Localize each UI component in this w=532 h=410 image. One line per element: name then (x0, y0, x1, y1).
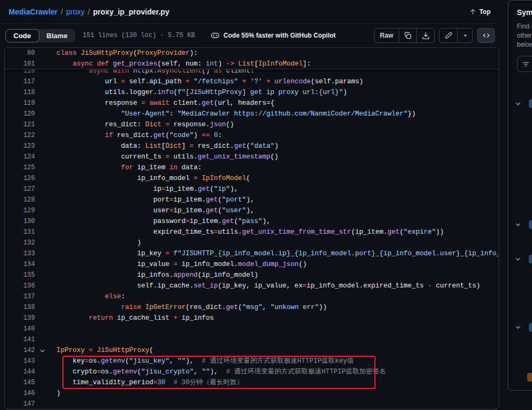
line-number[interactable]: 131 (5, 227, 35, 238)
file-toolbar: Code Blame 151 lines (130 loc) · 5.75 KB… (0, 24, 499, 47)
line-number[interactable]: 121 (5, 119, 35, 130)
breadcrumb-repo-link[interactable]: MediaCrawler (9, 8, 58, 16)
line-number[interactable]: 80 (5, 48, 35, 59)
code-token: class (56, 49, 77, 57)
code-line: 137 else: (5, 291, 499, 302)
code-token (145, 99, 150, 107)
line-number[interactable]: 118 (5, 87, 35, 98)
line-number[interactable]: 139 (5, 313, 35, 323)
breadcrumb-filename: proxy_ip_provider.py (93, 8, 169, 16)
line-number[interactable]: 141 (5, 334, 35, 345)
back-to-top-button[interactable]: Top (469, 8, 491, 16)
line-number[interactable]: 134 (5, 259, 35, 270)
line-number[interactable]: 133 (5, 248, 35, 259)
line-number[interactable]: 129 (5, 205, 35, 216)
code-token (190, 78, 194, 85)
chevron-down-icon[interactable] (515, 324, 521, 330)
pencil-icon (445, 32, 452, 39)
code-token: : (169, 110, 178, 118)
code-token (234, 60, 238, 68)
line-number[interactable]: 101 (5, 59, 35, 69)
code-token: ip_info_model (56, 175, 194, 182)
code-token: get (198, 185, 210, 193)
line-number[interactable]: 125 (5, 162, 35, 173)
line-number[interactable]: 127 (5, 184, 35, 195)
line-number[interactable]: 138 (5, 302, 35, 313)
code-token: = (85, 357, 89, 365)
code-token: raise (121, 304, 141, 311)
code-token: (self, num: (158, 60, 206, 68)
breadcrumb-folder-link[interactable]: proxy (66, 8, 84, 16)
fold-chevron-down-icon[interactable] (39, 347, 46, 354)
code-token: utils. (218, 228, 242, 236)
code-token: "jisu_crypto" (141, 368, 194, 376)
code-token: port (56, 196, 169, 204)
code-token: Dict (145, 121, 161, 128)
code-token (56, 110, 121, 118)
line-number[interactable]: 132 (5, 238, 35, 248)
line-number[interactable]: 128 (5, 195, 35, 205)
code-token: ), (263, 218, 271, 225)
edit-dropdown-button[interactable] (457, 28, 472, 42)
code-token: ]: (303, 60, 311, 68)
line-number[interactable]: 135 (5, 270, 35, 280)
symbol-badge[interactable] (529, 220, 532, 229)
code-token: - (428, 282, 432, 290)
chevron-down-icon[interactable] (515, 221, 521, 228)
tab-blame[interactable]: Blame (39, 29, 75, 42)
code-token (56, 304, 121, 311)
line-number[interactable]: 144 (5, 366, 35, 377)
copy-button[interactable] (399, 28, 416, 42)
code-token: "" (178, 357, 186, 365)
code-token (56, 132, 105, 139)
line-number[interactable]: 130 (5, 216, 35, 227)
download-button[interactable] (416, 28, 434, 42)
symbols-toggle-button[interactable] (477, 28, 495, 43)
line-number[interactable]: 126 (5, 173, 35, 184)
symbol-badge[interactable] (527, 373, 532, 382)
line-number[interactable]: 124 (5, 152, 35, 162)
line-number[interactable]: 142 (5, 345, 35, 356)
code-token: ( (218, 207, 222, 214)
code-token: IpGetError (145, 304, 186, 311)
tab-code[interactable]: Code (5, 29, 39, 42)
symbol-badge[interactable] (529, 99, 532, 108)
raw-button[interactable]: Raw (374, 28, 399, 42)
code-line: 120 "User-Agent": "MediaCrawler https://… (5, 109, 499, 119)
line-number[interactable]: 123 (5, 141, 35, 152)
line-number[interactable]: 145 (5, 377, 35, 388)
line-number[interactable]: 122 (5, 130, 35, 141)
copilot-banner[interactable]: Code 55% faster with GitHub Copilot (211, 31, 336, 40)
line-number[interactable]: 143 (5, 356, 35, 366)
breadcrumb-separator: / (88, 8, 90, 16)
chevron-down-icon[interactable] (515, 256, 521, 262)
code-token: self.ip_cache. (56, 282, 194, 290)
code-token (56, 60, 73, 68)
code-token: ProxyProvider (137, 49, 190, 57)
code-token: "MediaCrawler https://github.com/NanmiCo… (178, 110, 408, 118)
line-number[interactable]: 147 (5, 399, 35, 409)
line-number[interactable]: 117 (5, 76, 35, 87)
code-token: res_dict: (56, 121, 145, 128)
code-token: ip_item. (174, 196, 206, 204)
arrow-up-icon (469, 8, 477, 16)
code-token: ip_item. (190, 218, 222, 225)
symbol-badge[interactable] (529, 255, 532, 263)
line-number[interactable]: 136 (5, 280, 35, 291)
chevron-down-icon[interactable] (515, 100, 521, 107)
line-number[interactable]: 140 (5, 323, 35, 334)
line-number[interactable]: 119 (5, 98, 35, 109)
edit-button[interactable] (439, 28, 457, 42)
symbol-badge[interactable] (529, 323, 532, 332)
line-number[interactable]: 120 (5, 109, 35, 119)
line-number[interactable]: 146 (5, 388, 35, 399)
code-token: = (194, 175, 198, 182)
code-token: ) (274, 142, 279, 150)
code-token (198, 175, 202, 182)
code-token: get (234, 142, 246, 150)
line-number[interactable]: 137 (5, 291, 35, 302)
code-token: ( (238, 304, 243, 311)
code-line: 119 response = await client.get(url, hea… (5, 98, 499, 109)
code-token: "user" (222, 207, 246, 214)
code-viewer: 116 async with httpx.AsyncClient() as cl… (4, 47, 499, 409)
